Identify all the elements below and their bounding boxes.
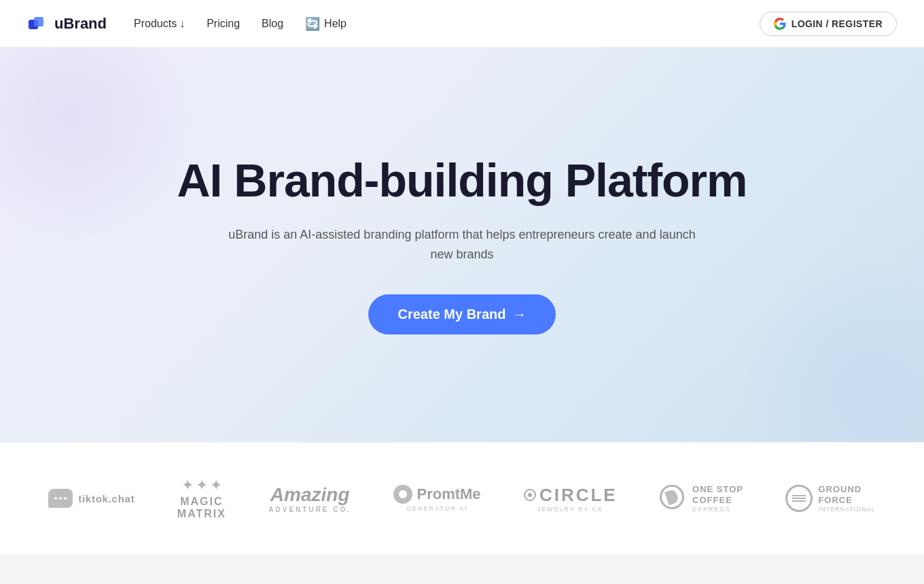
navbar-left: uBrand Products ↓ Pricing Blog 🔄 Help [27,13,346,35]
brand-logo-amazing: Amazing ADVENTURE CO. [268,484,351,513]
brand-logo-tiktok-chat: tiktok.chat [48,489,135,508]
sparkle-icon: ✦ [181,477,194,494]
ground-force-emblem-icon [785,485,813,512]
hero-subtitle: uBrand is an AI-assisted branding platfo… [224,225,700,264]
dropdown-arrow-icon: ↓ [179,18,185,30]
bottom-section: Start with logo & build a stunning brand… [0,554,924,584]
svg-rect-1 [34,17,43,27]
nav-blog[interactable]: Blog [262,18,283,30]
hero-section: AI Brand-building Platform uBrand is an … [0,48,924,442]
nav-products[interactable]: Products ↓ [134,18,185,30]
brand-logo-magic-matrix: ✦ ✦ ✦ MAGIC MATRIX [177,477,226,520]
help-emoji-icon: 🔄 [305,16,320,31]
sparkle-icon-2: ✦ [196,477,208,494]
nav-links: Products ↓ Pricing Blog 🔄 Help [134,16,346,31]
logo-icon [27,13,49,35]
promptme-circle-icon [393,485,412,504]
hero-content: AI Brand-building Platform uBrand is an … [177,155,747,334]
navbar: uBrand Products ↓ Pricing Blog 🔄 Help [0,0,924,48]
brand-logo-circle: CIRCLE JEWELRY BY CK [523,485,618,513]
chat-bubble-icon [48,489,73,508]
sparkle-icon-3: ✦ [210,477,222,494]
brand-logo-ground-force: GROUND FORCE INTERNATIONAL [785,484,875,512]
logo-text: uBrand [54,15,107,33]
login-register-button[interactable]: LOGIN / REGISTER [760,12,897,36]
cta-button[interactable]: Create My Brand → [368,294,556,334]
svg-point-3 [528,493,532,497]
circle-o-icon [523,488,537,502]
logo[interactable]: uBrand [27,13,107,35]
brand-logo-promptme: PromtMe GENERATOR AI [393,485,480,512]
google-icon [774,18,786,30]
brand-logo-one-stop-coffee: ONE STOP COFFEE EXPRESS [660,484,743,512]
cta-label: Create My Brand [398,307,506,322]
nav-pricing[interactable]: Pricing [207,18,240,30]
logos-strip: tiktok.chat ✦ ✦ ✦ MAGIC MATRIX Amazing A… [0,442,924,554]
nav-help[interactable]: 🔄 Help [305,16,346,31]
hero-title: AI Brand-building Platform [177,155,747,206]
coffee-leaf-icon [660,485,687,512]
cta-arrow-icon: → [512,307,526,322]
